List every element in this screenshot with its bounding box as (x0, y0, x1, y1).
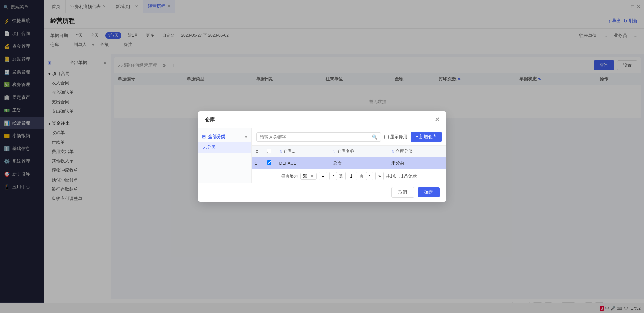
modal-first-page[interactable]: « (319, 172, 327, 180)
row-num: 1 (252, 157, 264, 169)
confirm-button[interactable]: 确定 (418, 187, 440, 197)
modal-page-text: 页 (359, 173, 364, 179)
modal-search-icon: 🔍 (372, 134, 377, 140)
modal-table-row[interactable]: 1 DEFAULT 总仓 未分类 (252, 157, 446, 169)
warehouse-modal: 仓库 ✕ ⊞ 全部分类 « 未分类 (198, 111, 446, 202)
modal-col-settings[interactable]: ⚙ (252, 146, 264, 157)
sort-icon-code: ⇅ (279, 150, 282, 153)
modal-footer: 取消 确定 (198, 183, 446, 202)
modal-main-content: 🔍 显示停用 + 新增仓库 (252, 128, 446, 183)
modal-per-page-select[interactable]: 50 20 100 (300, 173, 317, 180)
modal-sidebar-collapse-btn[interactable]: « (245, 134, 247, 140)
grid-icon: ⊞ (202, 134, 206, 139)
modal-col-category[interactable]: ⇅ 仓库分类 (388, 146, 446, 157)
modal-pagination: 每页显示 50 20 100 « ‹ 算 页 › » 共1页，1条记录 (252, 169, 446, 183)
modal-header: 仓库 ✕ (198, 111, 446, 128)
modal-sidebar-item-uncategorized[interactable]: 未分类 (198, 142, 251, 153)
modal-table-wrapper: ⚙ ⇅ 仓库... ⇅ (252, 146, 446, 169)
modal-sidebar-header: ⊞ 全部分类 « (198, 132, 251, 142)
cancel-button[interactable]: 取消 (391, 187, 414, 198)
modal-show-disabled-checkbox[interactable] (384, 135, 389, 139)
modal-prev-page[interactable]: ‹ (329, 172, 337, 180)
modal-sidebar-title: ⊞ 全部分类 (202, 134, 226, 140)
row-checkbox[interactable] (264, 157, 276, 169)
settings-icon-modal: ⚙ (255, 149, 259, 154)
modal-sidebar: ⊞ 全部分类 « 未分类 (198, 128, 252, 183)
modal-show-disabled-label[interactable]: 显示停用 (384, 134, 407, 140)
modal-add-btn[interactable]: + 新增仓库 (411, 132, 441, 142)
modal-page-input[interactable] (345, 172, 357, 180)
modal-body: ⊞ 全部分类 « 未分类 🔍 (198, 128, 446, 183)
sort-icon-cat: ⇅ (391, 150, 394, 153)
row-code: DEFAULT (276, 157, 330, 169)
row-name: 总仓 (330, 157, 388, 169)
row-category: 未分类 (388, 157, 446, 169)
modal-col-name[interactable]: ⇅ 仓库名称 (330, 146, 388, 157)
modal-col-code[interactable]: ⇅ 仓库... (276, 146, 330, 157)
modal-per-page-label: 每页显示 (281, 173, 298, 179)
modal-toolbar: 🔍 显示停用 + 新增仓库 (252, 128, 446, 146)
modal-table: ⚙ ⇅ 仓库... ⇅ (252, 146, 446, 169)
modal-total-records: 共1页，1条记录 (386, 173, 417, 179)
modal-table-header: ⚙ ⇅ 仓库... ⇅ (252, 146, 446, 157)
modal-col-checkbox[interactable] (264, 146, 276, 157)
modal-overlay: 仓库 ✕ ⊞ 全部分类 « 未分类 (0, 0, 644, 313)
modal-select-all[interactable] (267, 149, 271, 153)
modal-search-box[interactable]: 🔍 (256, 132, 381, 142)
row-select-checkbox[interactable] (267, 160, 271, 165)
modal-last-page[interactable]: » (375, 172, 384, 180)
sort-icon-name: ⇅ (333, 150, 336, 153)
modal-page-label: 算 (339, 173, 343, 179)
modal-next-page[interactable]: › (366, 172, 373, 180)
modal-search-input[interactable] (260, 134, 370, 140)
modal-title: 仓库 (205, 117, 215, 123)
modal-close-btn[interactable]: ✕ (435, 116, 440, 123)
